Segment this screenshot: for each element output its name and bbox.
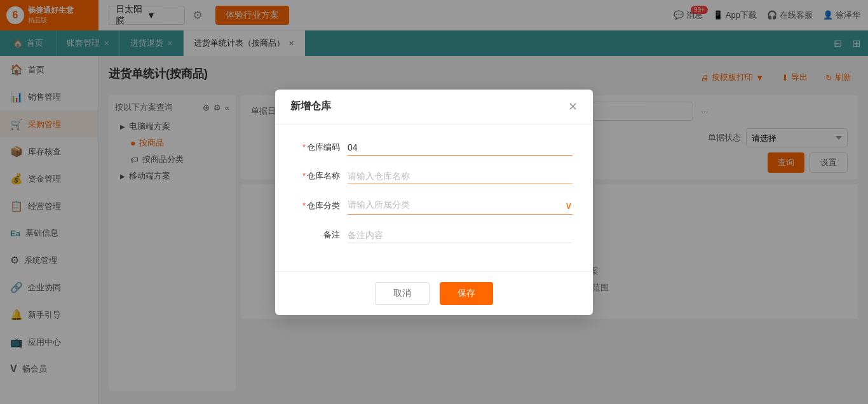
modal-title: 新增仓库	[290, 100, 331, 113]
form-row-code: *仓库编码	[295, 140, 573, 156]
note-label: 备注	[295, 229, 340, 241]
modal-header: 新增仓库 ✕	[275, 90, 593, 125]
note-input[interactable]	[348, 227, 573, 243]
warehouse-code-input[interactable]	[348, 140, 573, 156]
code-label: *仓库编码	[295, 142, 340, 153]
category-label: *仓库分类	[295, 200, 340, 212]
form-row-note: 备注	[295, 227, 573, 243]
save-btn[interactable]: 保存	[440, 282, 493, 305]
form-row-name: *仓库名称	[295, 168, 573, 184]
modal-footer: 取消 保存	[275, 271, 593, 315]
cancel-btn[interactable]: 取消	[375, 282, 430, 305]
modal-body: *仓库编码 *仓库名称 *仓库分类 请输入所属分类 ∨ 备	[275, 125, 593, 271]
modal-overlay[interactable]: 新增仓库 ✕ *仓库编码 *仓库名称 *仓库分类 请输入	[0, 0, 868, 404]
warehouse-name-input[interactable]	[348, 168, 573, 184]
form-row-category: *仓库分类 请输入所属分类 ∨	[295, 197, 573, 215]
modal-close-btn[interactable]: ✕	[568, 100, 578, 114]
category-placeholder: 请输入所属分类	[348, 199, 565, 211]
category-select-wrap[interactable]: 请输入所属分类 ∨	[348, 197, 573, 215]
modal-new-warehouse: 新增仓库 ✕ *仓库编码 *仓库名称 *仓库分类 请输入	[275, 90, 593, 315]
name-label: *仓库名称	[295, 170, 340, 182]
category-dropdown-icon: ∨	[565, 199, 573, 212]
